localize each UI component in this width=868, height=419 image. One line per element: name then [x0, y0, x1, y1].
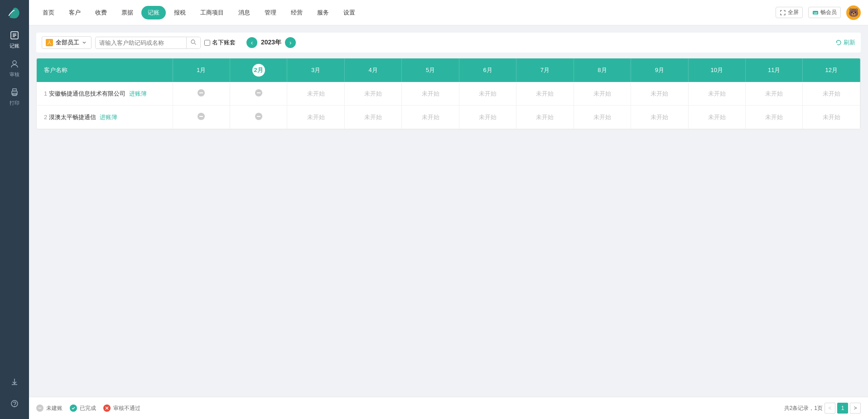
col-header-m5: 5月: [402, 58, 459, 82]
nav-tax[interactable]: 报税: [168, 6, 192, 19]
checkbox-wrap[interactable]: 名下账套: [204, 39, 236, 47]
vip-icon: VIP: [812, 10, 819, 16]
col-header-m6: 6月: [459, 58, 516, 82]
avatar[interactable]: 🐻: [846, 5, 861, 20]
legend-completed: 已完成: [70, 405, 96, 412]
sidebar-item-sh[interactable]: 审核: [0, 54, 29, 82]
table-wrapper: 客户名称 1月 2月 3月 4月 5月 6月: [36, 58, 861, 130]
topnav: 首页 客户 收费 票据 记账 报税 工商项目 消息 管理 经营 服务 设置 全屏: [29, 0, 868, 25]
prev-year-btn[interactable]: ‹: [246, 37, 257, 48]
client-name: 漠澳太平畅捷通信: [49, 114, 96, 120]
svg-point-4: [13, 61, 16, 64]
status-not-started: 未开始: [593, 114, 611, 120]
enter-link[interactable]: 进账簿: [100, 114, 117, 120]
legend-label-1: 已完成: [80, 405, 96, 412]
pagination: 共2条记录，1页 < 1 >: [784, 403, 861, 414]
svg-point-12: [191, 40, 195, 43]
nav-msg[interactable]: 消息: [232, 6, 256, 19]
status-not-started: 未开始: [823, 114, 840, 120]
nav-manage[interactable]: 管理: [258, 6, 283, 19]
toolbar: 人 全部员工 名下账套: [36, 33, 861, 53]
checkbox-label: 名下账套: [212, 39, 236, 47]
cell-m9: 未开始: [631, 82, 688, 106]
nav-accounting[interactable]: 记账: [141, 6, 166, 19]
status-dash: [254, 112, 263, 121]
nav-biz[interactable]: 工商项目: [194, 6, 230, 19]
fullscreen-label: 全屏: [788, 9, 799, 16]
topnav-right: 全屏 VIP 畅会员 🐻: [776, 5, 861, 20]
cell-m7: 未开始: [516, 106, 574, 129]
col-header-m9: 9月: [631, 58, 688, 82]
employee-icon: 人: [46, 39, 53, 46]
nav-fee[interactable]: 收费: [89, 6, 113, 19]
search-button[interactable]: [186, 37, 200, 48]
col-header-m12: 12月: [803, 58, 860, 82]
next-icon: ›: [289, 39, 292, 46]
status-not-started: 未开始: [651, 90, 668, 97]
footer: 未建账 已完成 审核不通过 共2条记录，1页 < 1 >: [29, 397, 868, 419]
fullscreen-btn[interactable]: 全屏: [776, 7, 803, 18]
col-header-m2: 2月: [230, 58, 287, 82]
next-year-btn[interactable]: ›: [285, 37, 296, 48]
nav-service[interactable]: 服务: [311, 6, 335, 19]
sidebar-item-download[interactable]: [0, 372, 29, 392]
sidebar-item-dy[interactable]: 打印: [0, 82, 29, 111]
legend-label-2: 审核不通过: [113, 405, 140, 412]
refresh-btn[interactable]: 刷新: [835, 39, 855, 47]
refresh-icon: [835, 39, 842, 46]
nav-client[interactable]: 客户: [63, 6, 87, 19]
status-not-started: 未开始: [708, 114, 726, 120]
cell-m2: [230, 82, 287, 106]
nav-ops[interactable]: 经营: [285, 6, 309, 19]
col-header-m4: 4月: [344, 58, 401, 82]
sidebar-item-jz[interactable]: 记账: [0, 25, 29, 54]
nav-settings[interactable]: 设置: [337, 6, 362, 19]
table-header-row: 客户名称 1月 2月 3月 4月 5月 6月: [37, 58, 860, 82]
col-header-name: 客户名称: [37, 58, 173, 82]
cell-m6: 未开始: [459, 82, 516, 106]
cell-name: 2漠澳太平畅捷通信进账簿: [37, 106, 173, 129]
employee-select[interactable]: 人 全部员工: [42, 36, 92, 49]
enter-link[interactable]: 进账簿: [129, 90, 147, 97]
cell-m4: 未开始: [344, 106, 401, 129]
cell-m1: [173, 106, 230, 129]
search-input[interactable]: [96, 38, 186, 48]
main-table: 客户名称 1月 2月 3月 4月 5月 6月: [37, 58, 860, 129]
status-not-started: 未开始: [364, 90, 382, 97]
sidebar-item-support[interactable]: [0, 394, 29, 414]
row-num: 1: [44, 90, 47, 97]
status-not-started: 未开始: [479, 114, 497, 120]
col-header-m3: 3月: [287, 58, 344, 82]
year-nav: ‹ 2023年 ›: [246, 37, 296, 48]
topnav-items: 首页 客户 收费 票据 记账 报税 工商项目 消息 管理 经营 服务 设置: [36, 6, 776, 19]
nav-home[interactable]: 首页: [36, 6, 61, 19]
page-1-btn[interactable]: 1: [837, 403, 848, 414]
legend-dot-gray: [36, 405, 43, 412]
search-box: [95, 37, 201, 49]
my-accounts-checkbox[interactable]: [204, 40, 210, 46]
cell-name: 1安徽畅捷通信息技术有限公司进账簿: [37, 82, 173, 106]
cell-m11: 未开始: [746, 82, 803, 106]
cell-m8: 未开始: [574, 82, 631, 106]
vip-label: 畅会员: [820, 9, 837, 16]
status-dash: [254, 88, 263, 97]
cell-m3: 未开始: [287, 106, 344, 129]
current-month-badge: 2月: [252, 64, 265, 77]
prev-page-btn[interactable]: <: [825, 403, 835, 414]
nav-invoice[interactable]: 票据: [115, 6, 140, 19]
cell-m3: 未开始: [287, 82, 344, 106]
refresh-label: 刷新: [844, 39, 855, 47]
download-icon: [9, 376, 20, 387]
prev-icon: ‹: [251, 39, 253, 46]
status-not-started: 未开始: [765, 90, 783, 97]
status-not-started: 未开始: [422, 90, 439, 97]
client-name: 安徽畅捷通信息技术有限公司: [49, 90, 125, 97]
cell-m6: 未开始: [459, 106, 516, 129]
vip-btn[interactable]: VIP 畅会员: [808, 7, 841, 18]
status-not-started: 未开始: [422, 114, 439, 120]
col-header-m11: 11月: [746, 58, 803, 82]
next-page-btn[interactable]: >: [850, 403, 861, 414]
status-dash: [197, 112, 206, 121]
support-icon: [9, 398, 20, 409]
legend-label-0: 未建账: [46, 405, 63, 412]
